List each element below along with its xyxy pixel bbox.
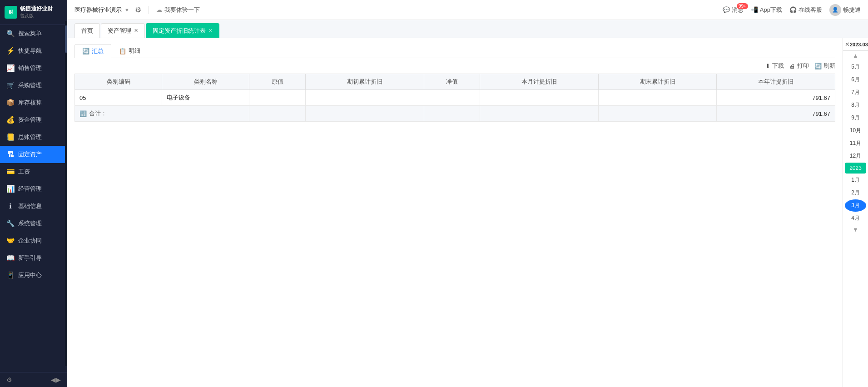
date-month-12[interactable]: 12月 (845, 150, 866, 162)
tab-asset-management[interactable]: 资产管理 ✕ (101, 23, 145, 38)
payroll-icon: 💳 (6, 168, 15, 176)
date-month-7[interactable]: 7月 (845, 86, 866, 99)
date-panel-close-icon[interactable]: ✕ (845, 41, 850, 48)
sidebar-label-quick-nav: 快捷导航 (18, 47, 42, 55)
tab-home[interactable]: 首页 (74, 23, 100, 38)
download-icon: 📲 (751, 6, 758, 13)
app-version: 普及版 (20, 13, 53, 19)
sidebar-label-search: 搜索菜单 (18, 30, 42, 38)
date-nav-up[interactable]: ▲ (843, 51, 868, 60)
row-net-value (424, 90, 480, 106)
date-month-6[interactable]: 6月 (845, 74, 866, 86)
tab-depreciation-close[interactable]: ✕ (208, 28, 213, 34)
tab-asset-close[interactable]: ✕ (134, 28, 138, 34)
customer-service-button[interactable]: 🎧 在线客服 (789, 6, 822, 14)
detail-tab-icon: 📋 (119, 48, 126, 55)
date-nav-down[interactable]: ▼ (843, 225, 868, 234)
report-toolbar: ⬇ 下载 🖨 打印 🔄 刷新 (74, 58, 835, 74)
app-center-icon: 📱 (6, 271, 15, 279)
sub-tab-summary-label: 汇总 (92, 47, 104, 55)
col-header-initial-depr: 期初累计折旧 (305, 74, 424, 90)
summary-annual-depr: 791.67 (717, 106, 835, 122)
row-original (249, 90, 306, 106)
sidebar-item-system[interactable]: 🔧 系统管理 (0, 215, 67, 232)
sidebar-item-operations[interactable]: 📊 经营管理 (0, 180, 67, 198)
fixed-assets-icon: 🏗 (6, 150, 15, 158)
date-month-1[interactable]: 1月 (845, 174, 866, 186)
date-panel-title: 2023.03 (850, 42, 868, 47)
sidebar-item-guide[interactable]: 📖 新手引导 (0, 249, 67, 267)
experience-button[interactable]: ☁ 我要体验一下 (156, 6, 200, 14)
sub-tab-summary[interactable]: 🔄 汇总 (74, 44, 111, 58)
refresh-icon: 🔄 (814, 63, 822, 69)
tab-bar: 首页 资产管理 ✕ 固定资产折旧统计表 ✕ (67, 20, 868, 38)
sidebar-item-inventory[interactable]: 📦 库存核算 (0, 94, 67, 111)
download-label: 下载 (772, 62, 784, 70)
user-profile-button[interactable]: 👤 畅捷通 (829, 4, 861, 16)
settings-footer-icon[interactable]: ⚙ (6, 376, 12, 383)
sidebar-item-quick-nav[interactable]: ⚡ 快捷导航 (0, 42, 67, 60)
messages-button[interactable]: 💬 消息 99+ (723, 6, 744, 14)
row-period-end-depr (598, 90, 717, 106)
table-row: 05 电子设备 791.67 (75, 90, 835, 106)
print-button[interactable]: 🖨 打印 (789, 62, 809, 70)
summary-monthly-depr (480, 106, 599, 122)
refresh-label: 刷新 (823, 62, 835, 70)
sidebar-item-payroll[interactable]: 💳 工资 (0, 163, 67, 180)
guide-icon: 📖 (6, 254, 15, 262)
download-button[interactable]: ⬇ 下载 (765, 62, 784, 70)
company-selector[interactable]: 医疗器械行业演示 ▼ (74, 6, 129, 14)
date-month-9[interactable]: 9月 (845, 112, 866, 124)
topbar: 医疗器械行业演示 ▼ ⚙ ☁ 我要体验一下 💬 消息 99+ 📲 App下载 🎧… (67, 0, 868, 20)
date-month-3-active[interactable]: 3月 (845, 199, 866, 212)
refresh-button[interactable]: 🔄 刷新 (814, 62, 835, 70)
sidebar-item-sales[interactable]: 📈 销售管理 (0, 60, 67, 77)
col-header-annual-depr: 本年计提折旧 (717, 74, 835, 90)
sub-tab-detail[interactable]: 📋 明细 (111, 44, 148, 58)
report-panel: 🔄 汇总 📋 明细 ⬇ 下载 🖨 打印 🔄 (67, 38, 843, 387)
col-header-code: 类别编码 (75, 74, 162, 90)
date-month-4[interactable]: 4月 (845, 212, 866, 224)
row-annual-depr: 791.67 (717, 90, 835, 106)
app-logo: 财 (5, 6, 17, 19)
sidebar-item-ledger[interactable]: 📒 总账管理 (0, 129, 67, 146)
sidebar-item-corp-collab[interactable]: 🤝 企业协同 (0, 232, 67, 249)
search-icon: 🔍 (6, 30, 15, 38)
lightning-icon: ⚡ (6, 47, 15, 55)
sidebar-label-ledger: 总账管理 (18, 133, 42, 141)
ledger-icon: 📒 (6, 133, 15, 141)
sidebar-label-guide: 新手引导 (18, 254, 42, 262)
col-header-period-end-depr: 期末累计折旧 (598, 74, 717, 90)
date-panel-scroll[interactable]: ▲ 5月 6月 7月 8月 9月 10月 11月 12月 2023 1月 2月 … (843, 51, 868, 387)
operations-icon: 📊 (6, 185, 15, 193)
system-icon: 🔧 (6, 219, 15, 228)
sidebar-item-app-center[interactable]: 📱 应用中心 (0, 267, 67, 284)
sidebar-item-purchase[interactable]: 🛒 采购管理 (0, 77, 67, 94)
row-name: 电子设备 (162, 90, 249, 106)
cloud-icon: ☁ (156, 6, 162, 13)
sidebar-item-fixed-assets[interactable]: 🏗 固定资产 (0, 146, 67, 163)
user-name: 畅捷通 (843, 6, 861, 14)
date-month-2[interactable]: 2月 (845, 187, 866, 199)
app-name: 畅捷通好业财 (20, 5, 53, 13)
service-icon: 🎧 (789, 6, 797, 13)
sub-tabs: 🔄 汇总 📋 明细 (74, 44, 835, 58)
sidebar-label-app-center: 应用中心 (18, 271, 42, 279)
topbar-divider (149, 6, 149, 14)
tab-depreciation-report[interactable]: 固定资产折旧统计表 ✕ (146, 23, 219, 38)
sidebar-item-finance[interactable]: 💰 资金管理 (0, 111, 67, 129)
app-download-button[interactable]: 📲 App下载 (751, 6, 782, 14)
date-month-8[interactable]: 8月 (845, 99, 866, 111)
sidebar-item-search[interactable]: 🔍 搜索菜单 (0, 25, 67, 42)
tab-home-label: 首页 (81, 27, 93, 35)
date-year-2023[interactable]: 2023 (845, 163, 866, 174)
topbar-settings-icon[interactable]: ⚙ (135, 5, 141, 14)
collapse-icon[interactable]: ◀▶ (51, 376, 61, 383)
date-month-5[interactable]: 5月 (845, 61, 866, 73)
tab-asset-label: 资产管理 (108, 27, 131, 35)
sidebar-label-payroll: 工资 (18, 168, 30, 176)
sidebar-item-basic-info[interactable]: ℹ 基础信息 (0, 198, 67, 215)
date-month-11[interactable]: 11月 (845, 137, 866, 149)
sidebar-scroll: 🔍 搜索菜单 ⚡ 快捷导航 📈 销售管理 🛒 采购管理 📦 库存核算 💰 资金管… (0, 25, 67, 372)
date-month-10[interactable]: 10月 (845, 124, 866, 137)
